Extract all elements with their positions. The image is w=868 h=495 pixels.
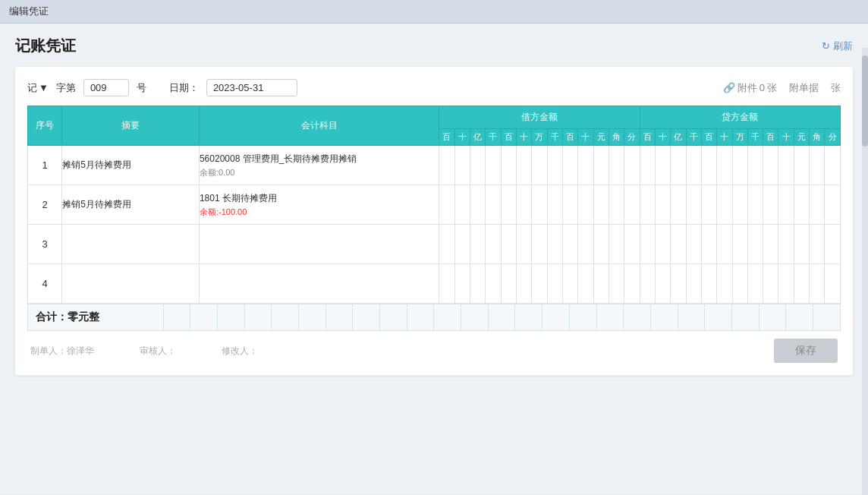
cell-credit-digit-0-5[interactable] <box>717 146 732 185</box>
cell-debit-digit-3-2[interactable] <box>470 264 485 304</box>
cell-credit-digit-0-4[interactable] <box>701 146 716 185</box>
cell-debit-digit-3-0[interactable] <box>439 264 454 304</box>
cell-debit-digit-0-7[interactable] <box>547 146 562 185</box>
cell-credit-digit-0-9[interactable] <box>778 146 794 185</box>
cell-debit-digit-0-0[interactable] <box>439 146 454 185</box>
cell-debit-digit-1-8[interactable] <box>562 185 577 225</box>
cell-credit-digit-1-4[interactable] <box>701 185 716 225</box>
scrollbar[interactable] <box>862 48 868 495</box>
cell-debit-digit-0-1[interactable] <box>454 146 470 185</box>
cell-credit-digit-1-11[interactable] <box>810 185 825 225</box>
cell-credit-digit-3-5[interactable] <box>717 264 732 304</box>
cell-debit-digit-0-2[interactable] <box>470 146 485 185</box>
cell-credit-digit-2-5[interactable] <box>717 225 732 264</box>
cell-credit-digit-3-0[interactable] <box>640 264 655 304</box>
cell-credit-digit-3-1[interactable] <box>655 264 670 304</box>
cell-credit-digit-0-3[interactable] <box>686 146 701 185</box>
cell-debit-digit-3-6[interactable] <box>532 264 547 304</box>
cell-credit-digit-1-0[interactable] <box>640 185 655 225</box>
cell-credit-digit-1-5[interactable] <box>717 185 732 225</box>
cell-credit-digit-2-2[interactable] <box>671 225 686 264</box>
cell-debit-digit-1-4[interactable] <box>501 185 516 225</box>
cell-debit-digit-0-6[interactable] <box>532 146 547 185</box>
cell-credit-digit-0-12[interactable] <box>825 146 841 185</box>
cell-credit-digit-3-11[interactable] <box>810 264 825 304</box>
cell-debit-digit-1-0[interactable] <box>439 185 454 225</box>
cell-debit-digit-2-9[interactable] <box>578 225 593 264</box>
cell-summary-1[interactable]: 摊销5月待摊费用 <box>62 185 200 225</box>
cell-debit-digit-1-12[interactable] <box>624 185 640 225</box>
cell-credit-digit-3-3[interactable] <box>686 264 701 304</box>
cell-debit-digit-0-4[interactable] <box>501 146 516 185</box>
cell-debit-digit-2-1[interactable] <box>454 225 470 264</box>
save-button[interactable]: 保存 <box>774 339 838 363</box>
cell-debit-digit-2-0[interactable] <box>439 225 454 264</box>
cell-credit-digit-3-2[interactable] <box>671 264 686 304</box>
cell-credit-digit-0-1[interactable] <box>655 146 670 185</box>
cell-debit-digit-1-10[interactable] <box>593 185 609 225</box>
cell-debit-digit-2-4[interactable] <box>501 225 516 264</box>
cell-credit-digit-2-0[interactable] <box>640 225 655 264</box>
cell-debit-digit-1-9[interactable] <box>578 185 593 225</box>
cell-credit-digit-0-6[interactable] <box>732 146 747 185</box>
cell-debit-digit-3-9[interactable] <box>578 264 593 304</box>
cell-credit-digit-1-7[interactable] <box>747 185 763 225</box>
cell-debit-digit-3-8[interactable] <box>562 264 577 304</box>
cell-credit-digit-2-12[interactable] <box>825 225 841 264</box>
cell-debit-digit-2-6[interactable] <box>532 225 547 264</box>
cell-credit-digit-0-7[interactable] <box>747 146 763 185</box>
cell-debit-digit-0-8[interactable] <box>562 146 577 185</box>
cell-credit-digit-3-4[interactable] <box>701 264 716 304</box>
cell-credit-digit-1-1[interactable] <box>655 185 670 225</box>
cell-credit-digit-1-6[interactable] <box>732 185 747 225</box>
cell-debit-digit-2-11[interactable] <box>609 225 624 264</box>
cell-debit-digit-0-11[interactable] <box>609 146 624 185</box>
cell-credit-digit-1-3[interactable] <box>686 185 701 225</box>
cell-credit-digit-2-4[interactable] <box>701 225 716 264</box>
cell-credit-digit-0-10[interactable] <box>794 146 809 185</box>
cell-credit-digit-0-11[interactable] <box>810 146 825 185</box>
cell-debit-digit-1-7[interactable] <box>547 185 562 225</box>
cell-debit-digit-3-10[interactable] <box>593 264 609 304</box>
cell-credit-digit-2-3[interactable] <box>686 225 701 264</box>
attach-link[interactable]: 🔗 附件 0 张 <box>723 81 777 95</box>
cell-credit-digit-1-9[interactable] <box>778 185 794 225</box>
cell-debit-digit-2-5[interactable] <box>516 225 531 264</box>
date-input[interactable] <box>206 79 297 96</box>
cell-account-3[interactable] <box>199 264 439 304</box>
cell-credit-digit-1-2[interactable] <box>671 185 686 225</box>
cell-credit-digit-1-12[interactable] <box>825 185 841 225</box>
cell-credit-digit-1-10[interactable] <box>794 185 809 225</box>
cell-credit-digit-3-9[interactable] <box>778 264 794 304</box>
cell-debit-digit-1-11[interactable] <box>609 185 624 225</box>
cell-debit-digit-1-3[interactable] <box>486 185 501 225</box>
cell-credit-digit-3-7[interactable] <box>747 264 763 304</box>
cell-debit-digit-2-12[interactable] <box>624 225 640 264</box>
cell-credit-digit-3-12[interactable] <box>825 264 841 304</box>
cell-debit-digit-3-11[interactable] <box>609 264 624 304</box>
cell-debit-digit-3-1[interactable] <box>454 264 470 304</box>
cell-credit-digit-2-6[interactable] <box>732 225 747 264</box>
cell-summary-2[interactable] <box>62 225 200 264</box>
cell-credit-digit-2-11[interactable] <box>810 225 825 264</box>
cell-summary-0[interactable]: 摊销5月待摊费用 <box>62 146 200 185</box>
cell-summary-3[interactable] <box>62 264 200 304</box>
cell-credit-digit-3-10[interactable] <box>794 264 809 304</box>
cell-credit-digit-2-9[interactable] <box>778 225 794 264</box>
cell-credit-digit-2-1[interactable] <box>655 225 670 264</box>
cell-debit-digit-0-3[interactable] <box>486 146 501 185</box>
cell-debit-digit-1-6[interactable] <box>532 185 547 225</box>
voucher-type-dropdown[interactable]: 记 ▼ <box>27 81 49 95</box>
cell-debit-digit-2-10[interactable] <box>593 225 609 264</box>
cell-debit-digit-1-5[interactable] <box>516 185 531 225</box>
cell-debit-digit-1-2[interactable] <box>470 185 485 225</box>
cell-credit-digit-0-8[interactable] <box>763 146 778 185</box>
voucher-number-input[interactable] <box>83 79 129 96</box>
cell-credit-digit-3-6[interactable] <box>732 264 747 304</box>
scrollbar-thumb[interactable] <box>862 55 868 147</box>
cell-credit-digit-1-8[interactable] <box>763 185 778 225</box>
cell-debit-digit-0-10[interactable] <box>593 146 609 185</box>
cell-credit-digit-2-10[interactable] <box>794 225 809 264</box>
cell-credit-digit-0-0[interactable] <box>640 146 655 185</box>
cell-debit-digit-0-9[interactable] <box>578 146 593 185</box>
